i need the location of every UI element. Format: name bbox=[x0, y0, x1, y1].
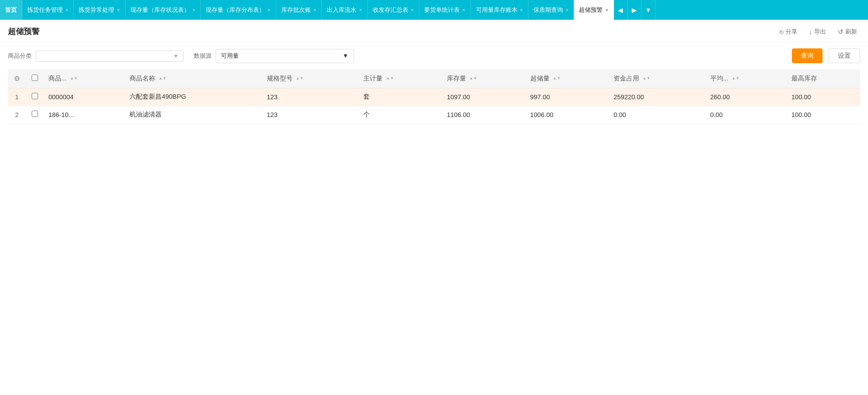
product-code-cell: 186-10... bbox=[43, 106, 125, 123]
gear-icon[interactable]: ⚙ bbox=[14, 75, 20, 82]
stock-cell: 1097.00 bbox=[442, 88, 525, 106]
row-num-cell: 2 bbox=[8, 106, 26, 123]
datasource-filter-group: 数据源 可用量 ▼ bbox=[194, 49, 354, 63]
close-icon[interactable]: × bbox=[565, 7, 568, 13]
spec-header: 规格型号 ▲▼ bbox=[262, 69, 359, 88]
avg-cell: 260.00 bbox=[705, 88, 786, 106]
datasource-select-value: 可用量 bbox=[221, 52, 239, 60]
header-actions: ⎋ 分享 ↓ 导出 ↺ 刷新 bbox=[777, 26, 861, 38]
sort-icon[interactable]: ▲▼ bbox=[643, 77, 651, 80]
spec-cell: 123 bbox=[262, 88, 359, 106]
select-all-checkbox[interactable] bbox=[32, 75, 38, 81]
filter-bar: 商品分类 ▼ 数据源 可用量 ▼ 查询 设置 bbox=[0, 42, 868, 69]
settings-button[interactable]: 设置 bbox=[828, 48, 860, 63]
sort-icon[interactable]: ▲▼ bbox=[70, 77, 78, 80]
overstock-header: 超储量 ▲▼ bbox=[525, 69, 609, 88]
product-name-cell: 机油滤清器 bbox=[125, 106, 262, 123]
refresh-button[interactable]: ↺ 刷新 bbox=[835, 26, 860, 38]
category-filter-group: 商品分类 ▼ bbox=[8, 50, 184, 62]
table-row: 2 186-10... 机油滤清器 123 个 1106.00 1006.00 … bbox=[8, 106, 860, 123]
sort-icon[interactable]: ▲▼ bbox=[470, 77, 477, 80]
refresh-icon: ↺ bbox=[838, 28, 843, 36]
spec-cell: 123 bbox=[262, 106, 359, 123]
row-checkbox-cell bbox=[26, 106, 43, 123]
close-icon[interactable]: × bbox=[359, 7, 362, 13]
capital-header: 资金占用 ▲▼ bbox=[608, 69, 705, 88]
category-select[interactable]: ▼ bbox=[36, 50, 184, 62]
unit-header: 主计量 ▲▼ bbox=[358, 69, 442, 88]
avg-cell: 0.00 bbox=[705, 106, 786, 123]
nav-tab-inout-flow[interactable]: 出入库流水 × bbox=[322, 0, 367, 20]
checkbox-column-header bbox=[26, 69, 43, 88]
close-icon[interactable]: × bbox=[462, 7, 465, 13]
table-header-row: ⚙ 商品... ▲▼ 商品名称 ▲▼ 规格型号 ▲▼ bbox=[8, 69, 860, 88]
product-name-cell: 六配套新昌490BPG bbox=[125, 88, 262, 106]
gear-column-header: ⚙ bbox=[8, 69, 26, 88]
close-icon[interactable]: × bbox=[520, 7, 523, 13]
close-icon[interactable]: × bbox=[605, 7, 608, 13]
capital-cell: 259220.00 bbox=[608, 88, 705, 106]
product-name-header: 商品名称 ▲▼ bbox=[125, 69, 262, 88]
row-checkbox[interactable] bbox=[32, 93, 38, 99]
close-icon[interactable]: × bbox=[313, 7, 316, 13]
category-label: 商品分类 bbox=[8, 52, 32, 60]
unit-cell: 套 bbox=[358, 88, 442, 106]
nav-tab-order-stats[interactable]: 要货单统计表 × bbox=[419, 0, 471, 20]
overstock-cell: 997.00 bbox=[525, 88, 609, 106]
nav-tab-expiry-query[interactable]: 保质期查询 × bbox=[528, 0, 574, 20]
query-button[interactable]: 查询 bbox=[792, 48, 823, 63]
overstock-cell: 1006.00 bbox=[525, 106, 609, 123]
nav-left-arrow[interactable]: ◀ bbox=[614, 0, 628, 20]
sort-icon[interactable]: ▲▼ bbox=[296, 77, 304, 80]
nav-right-arrow[interactable]: ▶ bbox=[628, 0, 642, 20]
nav-tab-home[interactable]: 首页 bbox=[0, 0, 22, 20]
sort-icon[interactable]: ▲▼ bbox=[732, 77, 739, 80]
max-stock-cell: 100.00 bbox=[786, 106, 860, 123]
nav-tab-overstock-warning[interactable]: 超储预警 × bbox=[574, 0, 613, 20]
share-button[interactable]: ⎋ 分享 bbox=[777, 26, 800, 38]
export-button[interactable]: ↓ 导出 bbox=[806, 26, 829, 38]
nav-tab-available-account[interactable]: 可用量库存账本 × bbox=[471, 0, 528, 20]
close-icon[interactable]: × bbox=[267, 7, 270, 13]
nav-tab-batch-account[interactable]: 库存批次账 × bbox=[276, 0, 322, 20]
nav-tab-pick-exception[interactable]: 拣货异常处理 × bbox=[74, 0, 125, 20]
data-table: ⚙ 商品... ▲▼ 商品名称 ▲▼ 规格型号 ▲▼ bbox=[8, 69, 860, 124]
unit-cell: 个 bbox=[358, 106, 442, 123]
chevron-down-icon: ▼ bbox=[343, 52, 348, 59]
stock-cell: 1106.00 bbox=[442, 106, 525, 123]
chevron-down-icon: ▼ bbox=[174, 53, 178, 59]
row-num-cell: 1 bbox=[8, 88, 26, 106]
product-code-cell: 0000004 bbox=[43, 88, 125, 106]
max-stock-cell: 100.00 bbox=[786, 88, 860, 106]
close-icon[interactable]: × bbox=[411, 7, 414, 13]
close-icon[interactable]: × bbox=[65, 7, 68, 13]
datasource-label: 数据源 bbox=[194, 52, 212, 60]
sort-icon[interactable]: ▲▼ bbox=[159, 77, 167, 80]
nav-tab-inventory-status[interactable]: 现存量（库存状况表） × bbox=[126, 0, 201, 20]
nav-tab-receipt-summary[interactable]: 收发存汇总表 × bbox=[368, 0, 419, 20]
table-container: ⚙ 商品... ▲▼ 商品名称 ▲▼ 规格型号 ▲▼ bbox=[0, 69, 868, 124]
top-nav: 首页 拣货任务管理 × 拣货异常处理 × 现存量（库存状况表） × 现存量（库存… bbox=[0, 0, 868, 20]
page-title: 超储预警 bbox=[8, 27, 40, 37]
sort-icon[interactable]: ▲▼ bbox=[386, 77, 394, 80]
export-icon: ↓ bbox=[809, 28, 813, 36]
stock-header: 库存量 ▲▼ bbox=[442, 69, 525, 88]
share-icon: ⎋ bbox=[780, 28, 783, 36]
product-code-header: 商品... ▲▼ bbox=[43, 69, 125, 88]
close-icon[interactable]: × bbox=[192, 7, 195, 13]
page-container: 超储预警 ⎋ 分享 ↓ 导出 ↺ 刷新 商品分类 ▼ 数据源 bbox=[0, 20, 868, 395]
capital-cell: 0.00 bbox=[608, 106, 705, 123]
nav-tab-pick-task[interactable]: 拣货任务管理 × bbox=[22, 0, 74, 20]
avg-header: 平均... ▲▼ bbox=[705, 69, 786, 88]
page-header: 超储预警 ⎋ 分享 ↓ 导出 ↺ 刷新 bbox=[0, 20, 868, 42]
max-stock-header: 最高库存 bbox=[786, 69, 860, 88]
nav-more-arrow[interactable]: ▼ bbox=[642, 0, 655, 20]
close-icon[interactable]: × bbox=[117, 7, 120, 13]
sort-icon[interactable]: ▲▼ bbox=[553, 77, 561, 80]
row-checkbox[interactable] bbox=[32, 111, 38, 117]
row-checkbox-cell bbox=[26, 88, 43, 106]
nav-tab-inventory-dist[interactable]: 现存量（库存分布表） × bbox=[201, 0, 276, 20]
table-row: 1 0000004 六配套新昌490BPG 123 套 1097.00 997.… bbox=[8, 88, 860, 106]
datasource-select[interactable]: 可用量 ▼ bbox=[216, 49, 354, 63]
